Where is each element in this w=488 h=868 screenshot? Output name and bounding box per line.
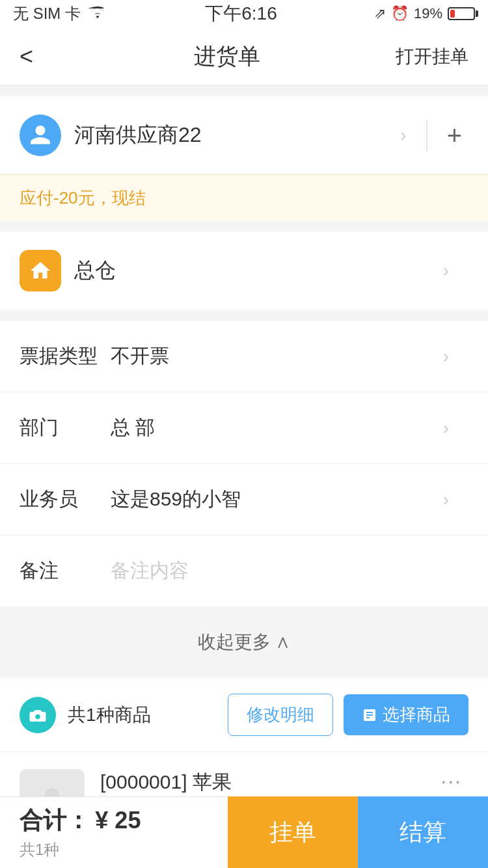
select-product-icon [362, 707, 377, 723]
ticket-type-value: 不开票 [111, 343, 443, 370]
product-header: 共1种商品 修改明细 选择商品 [0, 678, 488, 752]
select-product-button[interactable]: 选择商品 [344, 694, 468, 735]
supplier-avatar [20, 115, 61, 156]
total-main: 合计： ¥ 25 [20, 805, 208, 837]
supplier-notice: 应付-20元，现结 [0, 174, 488, 221]
salesman-value: 这是859的小智 [111, 486, 443, 513]
supplier-chevron-icon: › [400, 125, 406, 146]
hang-button[interactable]: 挂单 [228, 796, 358, 868]
alarm-icon: ⏰ [391, 5, 409, 22]
open-hang-button[interactable]: 打开挂单 [396, 44, 468, 69]
department-label: 部门 [20, 414, 111, 441]
status-time: 下午6:16 [205, 1, 277, 26]
remark-row[interactable]: 备注 备注内容 [0, 535, 488, 606]
supplier-row: 河南供应商22 › + [0, 96, 488, 174]
status-bar: 无 SIM 卡 下午6:16 ⇗ ⏰ 19% [0, 0, 488, 27]
warehouse-row[interactable]: 总仓 › [0, 232, 488, 310]
warehouse-section: 总仓 › [0, 232, 488, 310]
product-count-label: 共1种商品 [68, 703, 228, 727]
battery-percent: 19% [414, 5, 442, 22]
salesman-label: 业务员 [20, 486, 111, 513]
supplier-name[interactable]: 河南供应商22 [74, 121, 400, 150]
select-product-label: 选择商品 [383, 703, 450, 726]
person-icon [29, 124, 52, 147]
salesman-row[interactable]: 业务员 这是859的小智 › [0, 463, 488, 535]
wifi-icon [87, 7, 108, 21]
shopping-icon [28, 705, 47, 725]
status-left: 无 SIM 卡 [13, 3, 108, 24]
supplier-section: 河南供应商22 › + 应付-20元，现结 [0, 96, 488, 221]
ticket-type-chevron-icon: › [443, 346, 449, 367]
form-section: 票据类型 不开票 › 部门 总 部 › 业务员 这是859的小智 › 备注 备注… [0, 320, 488, 606]
total-sub: 共1种 [20, 839, 208, 860]
department-value: 总 部 [111, 414, 443, 441]
department-chevron-icon: › [443, 418, 449, 439]
supplier-divider [426, 119, 427, 152]
back-button[interactable]: < [20, 43, 59, 70]
checkout-button[interactable]: 结算 [358, 796, 488, 868]
section-gap-2 [0, 668, 488, 678]
bottom-bar: 合计： ¥ 25 共1种 挂单 结算 [0, 796, 488, 868]
add-supplier-button[interactable]: + [441, 121, 468, 150]
carrier-label: 无 SIM 卡 [13, 3, 81, 24]
product-id: [0000001] [100, 771, 187, 793]
remark-label: 备注 [20, 558, 111, 584]
product-title-name: 苹果 [193, 771, 232, 793]
product-icon [20, 697, 56, 733]
department-row[interactable]: 部门 总 部 › [0, 392, 488, 463]
ticket-type-row[interactable]: 票据类型 不开票 › [0, 320, 488, 392]
salesman-chevron-icon: › [443, 489, 449, 510]
remark-input[interactable]: 备注内容 [111, 558, 468, 584]
warehouse-name: 总仓 [74, 256, 443, 285]
section-gap-1 [0, 86, 488, 96]
total-prefix: 合计： [20, 807, 90, 834]
location-icon: ⇗ [374, 5, 386, 22]
nav-bar: < 进货单 打开挂单 [0, 27, 488, 86]
page-title: 进货单 [194, 42, 260, 72]
edit-detail-button[interactable]: 修改明细 [228, 694, 333, 736]
total-amount: ¥ 25 [95, 807, 141, 834]
warehouse-icon [20, 250, 61, 292]
house-icon [29, 259, 52, 282]
more-options-button[interactable]: ··· [434, 769, 468, 793]
battery-icon [448, 7, 475, 20]
collapse-label: 收起更多 ∧ [198, 630, 291, 655]
warehouse-chevron-icon: › [443, 260, 449, 281]
status-right: ⇗ ⏰ 19% [374, 5, 475, 22]
ticket-type-label: 票据类型 [20, 343, 111, 370]
collapse-button[interactable]: 收起更多 ∧ [0, 617, 488, 668]
total-area: 合计： ¥ 25 共1种 [0, 796, 228, 868]
product-name: [0000001] 苹果 [100, 769, 434, 796]
